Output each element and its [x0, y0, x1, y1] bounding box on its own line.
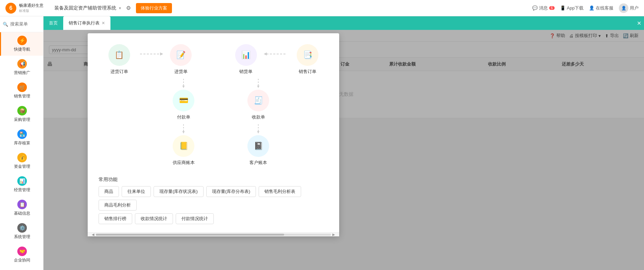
operation-icon: 📊: [17, 176, 27, 186]
common-section: 常用功能 商品 往来单位 现存量(库存状况表) 现存量(库存分布表) 销售毛利分…: [88, 174, 339, 232]
tab-bar: 首页 销售订单执行表 ✕ ✕: [43, 16, 644, 30]
flow-item-payment-bill[interactable]: 💳 付款单: [160, 90, 207, 120]
tab-close-icon[interactable]: ✕: [102, 21, 105, 25]
sidebar-item-newbie[interactable]: 🎯 新手引导: [0, 267, 43, 270]
sales-icon: 🛒: [17, 83, 27, 92]
service-icon: 👤: [589, 5, 594, 11]
scroll-thumb: [96, 234, 284, 236]
sidebar-label-quick-nav: 快捷导航: [14, 47, 30, 52]
sidebar-label-inventory: 库存核算: [14, 140, 30, 146]
btn-goods-profit[interactable]: 商品毛利分析: [99, 200, 137, 211]
flow-item-supplier-account[interactable]: 📒 供应商账本: [160, 135, 207, 166]
quick-nav-icon: ⚡: [17, 36, 27, 45]
search-menu-button[interactable]: 🔍 搜索菜单: [3, 20, 40, 29]
flow-row-top: 📋 进货订单 📝: [99, 44, 328, 75]
top-header: 6 畅康通好生意 标准版 装备及固定资产辅助管理系统 ▾ ⚙ 体验行业方案 💬 …: [0, 0, 644, 16]
arrow-purchase-order-to-bill: [140, 44, 160, 54]
scroll-left-icon[interactable]: ◀: [90, 233, 96, 236]
purchase-icon: 📦: [17, 106, 27, 115]
flow-modal: 📋 进货订单 📝: [88, 33, 339, 236]
arrow-v-line-2: [258, 79, 259, 86]
sidebar-search: 🔍 搜索菜单: [0, 16, 43, 32]
scroll-right-icon[interactable]: ▶: [331, 233, 336, 236]
common-btns-row2: 销售排行榜 收款情况统计 付款情况统计: [99, 213, 328, 224]
trial-button[interactable]: 体验行业方案: [136, 3, 172, 13]
purchase-bill-circle: 📝: [170, 44, 192, 66]
btn-partners[interactable]: 往来单位: [122, 186, 151, 197]
btn-goods[interactable]: 商品: [99, 186, 119, 197]
tab-home[interactable]: 首页: [43, 16, 63, 30]
flow-item-receipt-bill[interactable]: 🧾 收款单: [234, 90, 282, 120]
supplier-account-label: 供应商账本: [173, 160, 195, 166]
header-mid: 装备及固定资产辅助管理系统 ▾ ⚙ 体验行业方案: [49, 3, 532, 13]
message-icon: 💬: [532, 5, 538, 11]
customer-account-circle: 📓: [247, 135, 269, 157]
customer-account-label: 客户账本: [249, 160, 267, 166]
modal-scrollbar: ◀ ▶: [88, 232, 339, 236]
flow-section: 📋 进货订单 📝: [88, 33, 339, 174]
btn-stock-status[interactable]: 现存量(库存状况表): [154, 186, 204, 197]
payment-bill-label: 付款单: [177, 114, 190, 120]
sidebar-label-marketing: 营销推广: [14, 70, 30, 76]
arrow-v-payment: [160, 123, 207, 132]
sidebar-item-operation[interactable]: 📊 经营管理: [0, 173, 43, 196]
flow-row-arrows2: [99, 123, 328, 132]
btn-receipt-stat[interactable]: 收款情况统计: [135, 213, 173, 224]
content-area: 首页 销售订单执行表 ✕ ✕ ❓ 帮助 🖨 按模板打印 ▾: [43, 16, 644, 270]
sidebar-item-system[interactable]: ⚙️ 系统管理: [0, 220, 43, 243]
modal-overlay: 📋 进货订单 📝: [43, 30, 644, 270]
logo-icon: 6: [5, 3, 16, 14]
btn-sales-rank[interactable]: 销售排行榜: [99, 213, 132, 224]
payment-bill-circle: 💳: [173, 90, 194, 111]
sidebar-item-quick-nav[interactable]: ⚡ 快捷导航: [0, 32, 43, 56]
sidebar-label-enterprise: 企业协同: [14, 257, 30, 263]
sales-bill-circle: 📊: [235, 44, 257, 66]
sidebar-item-basic[interactable]: 📋 基础信息: [0, 196, 43, 220]
arrow-v-receipt: [234, 123, 282, 132]
sidebar-label-sales: 销售管理: [14, 93, 30, 99]
app-icon: 📱: [560, 5, 565, 11]
flow-row-middle: 💳 付款单 🧾 收款单: [99, 90, 328, 120]
settings-button[interactable]: ⚙: [124, 3, 133, 13]
flow-item-purchase-bill[interactable]: 📝 进货单: [160, 44, 202, 75]
flow-item-customer-account[interactable]: 📓 客户账本: [234, 135, 282, 166]
purchase-bill-label: 进货单: [174, 69, 188, 75]
purchase-order-label: 进货订单: [110, 69, 128, 75]
main-layout: 🔍 搜索菜单 ⚡ 快捷导航 📢 营销推广 🛒 销售管理 📦 采购管理 🏪 库存核…: [0, 16, 644, 270]
sales-order-circle: 📑: [297, 44, 318, 66]
message-btn[interactable]: 💬 消息 6: [532, 5, 555, 11]
logo-text: 畅康通好生意 标准版: [19, 3, 43, 13]
sales-order-label: 销售订单: [299, 69, 316, 75]
arrow-h-line-2: [266, 54, 287, 54]
sidebar-item-inventory[interactable]: 🏪 库存核算: [0, 126, 43, 149]
purchase-order-circle: 📋: [108, 44, 130, 66]
system-dropdown-icon[interactable]: ▾: [119, 6, 121, 11]
flow-row-arrows: [99, 77, 328, 87]
arrow-v-line-3: [183, 124, 184, 131]
sidebar-item-marketing[interactable]: 📢 营销推广: [0, 56, 43, 79]
sales-bill-label: 销货单: [239, 69, 253, 75]
btn-payment-stat[interactable]: 付款情况统计: [176, 213, 214, 224]
arrow-sales-order-to-bill: [266, 44, 287, 54]
btn-sales-profit[interactable]: 销售毛利分析表: [259, 186, 301, 197]
app-download-btn[interactable]: 📱 App下载: [560, 5, 584, 11]
sidebar-item-sales[interactable]: 🛒 销售管理: [0, 79, 43, 103]
scroll-track[interactable]: [96, 234, 331, 236]
flow-item-sales-bill[interactable]: 📊 销货单: [225, 44, 267, 75]
sidebar-label-basic: 基础信息: [14, 211, 30, 216]
sidebar-label-operation: 经营管理: [14, 187, 30, 193]
sidebar-item-finance[interactable]: 💰 资金管理: [0, 149, 43, 173]
sidebar-item-purchase[interactable]: 📦 采购管理: [0, 103, 43, 126]
online-service-btn[interactable]: 👤 在线客服: [589, 5, 613, 11]
flow-item-sales-order[interactable]: 📑 销售订单: [287, 44, 328, 75]
sidebar-label-system: 系统管理: [14, 234, 30, 240]
flow-item-purchase-order[interactable]: 📋 进货订单: [99, 44, 140, 75]
logo-area: 6 畅康通好生意 标准版: [5, 3, 49, 14]
btn-stock-dist[interactable]: 现存量(库存分布表): [206, 186, 256, 197]
common-btns-row1: 商品 往来单位 现存量(库存状况表) 现存量(库存分布表) 销售毛利分析表 商品…: [99, 186, 328, 211]
user-avatar-btn[interactable]: 👤 用户: [619, 3, 639, 13]
sidebar-item-enterprise[interactable]: 🤝 企业协同: [0, 243, 43, 267]
sidebar: 🔍 搜索菜单 ⚡ 快捷导航 📢 营销推广 🛒 销售管理 📦 采购管理 🏪 库存核…: [0, 16, 43, 270]
tab-sales-order-exec[interactable]: 销售订单执行表 ✕: [63, 16, 110, 30]
tab-bar-close-icon[interactable]: ✕: [637, 20, 641, 26]
